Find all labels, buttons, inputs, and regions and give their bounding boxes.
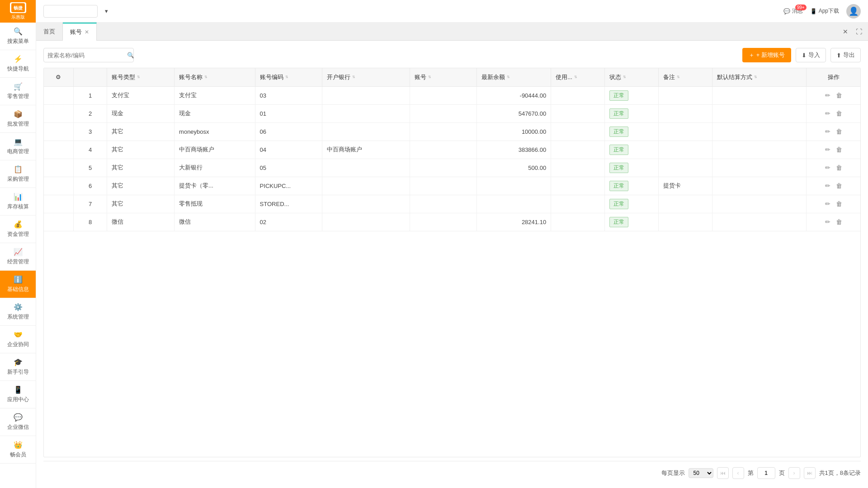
th-gear[interactable]: ⚙ bbox=[44, 68, 73, 86]
edit-button-7[interactable]: ✏ bbox=[823, 217, 832, 226]
th-bank[interactable]: 开户银行 ⇅ bbox=[322, 68, 410, 86]
page-input[interactable] bbox=[757, 467, 775, 479]
th-account[interactable]: 账号 ⇅ bbox=[410, 68, 477, 86]
row-index-3: 4 bbox=[73, 141, 107, 159]
minimize-button[interactable]: ✕ bbox=[840, 26, 851, 37]
row-type-1: 现金 bbox=[107, 104, 175, 122]
edit-button-2[interactable]: ✏ bbox=[823, 127, 832, 136]
th-code[interactable]: 账号编码 ⇅ bbox=[255, 68, 322, 86]
sidebar-item-system[interactable]: ⚙️ 系统管理 bbox=[0, 298, 36, 326]
row-use-7 bbox=[551, 213, 605, 231]
edit-button-6[interactable]: ✏ bbox=[823, 199, 832, 208]
edit-button-1[interactable]: ✏ bbox=[823, 109, 832, 118]
chevron-down-icon: ▾ bbox=[105, 8, 108, 14]
search-input[interactable] bbox=[44, 52, 127, 59]
sidebar-item-enterprise-wechat[interactable]: 💬 企业微信 bbox=[0, 408, 36, 436]
th-note[interactable]: 备注 ⇅ bbox=[659, 68, 712, 86]
sidebar-item-wholesale[interactable]: 📦 批发管理 bbox=[0, 105, 36, 133]
sidebar-item-inventory[interactable]: 📊 库存核算 bbox=[0, 188, 36, 216]
delete-button-7[interactable]: 🗑 bbox=[834, 217, 844, 226]
import-button[interactable]: ⬇ 导入 bbox=[796, 48, 826, 62]
page-size-select[interactable]: 50 100 200 bbox=[689, 468, 713, 478]
sidebar-item-retail[interactable]: 🛒 零售管理 bbox=[0, 78, 36, 105]
row-action-1: ✏ 🗑 bbox=[807, 104, 860, 122]
top-search-input[interactable] bbox=[43, 5, 98, 18]
row-status-4: 正常 bbox=[605, 159, 659, 177]
delete-button-5[interactable]: 🗑 bbox=[834, 181, 844, 190]
edit-button-3[interactable]: ✏ bbox=[823, 145, 832, 154]
row-index-4: 5 bbox=[73, 159, 107, 177]
th-type[interactable]: 账号类型 ⇅ bbox=[107, 68, 175, 86]
export-button[interactable]: ⬆ 导出 bbox=[830, 48, 861, 62]
th-name[interactable]: 账号名称 ⇅ bbox=[175, 68, 255, 86]
app-download-button[interactable]: 📱 App下载 bbox=[810, 7, 839, 15]
sidebar-item-member[interactable]: 👑 畅会员 bbox=[0, 436, 36, 464]
sort-icon-default: ⇅ bbox=[754, 75, 757, 79]
header-dropdown[interactable]: ▾ bbox=[103, 8, 108, 14]
first-page-button[interactable]: ⏮ bbox=[717, 467, 729, 479]
prev-page-button[interactable]: ‹ bbox=[732, 467, 744, 479]
delete-button-6[interactable]: 🗑 bbox=[834, 199, 844, 208]
th-status[interactable]: 状态 ⇅ bbox=[605, 68, 659, 86]
app-logo: 畅捷 乐惠版 bbox=[0, 0, 36, 23]
delete-button-1[interactable]: 🗑 bbox=[834, 109, 844, 118]
row-name-4: 大新银行 bbox=[175, 159, 255, 177]
row-default-4 bbox=[712, 159, 807, 177]
row-gear-0 bbox=[44, 86, 73, 104]
search-menu-icon: 🔍 bbox=[14, 27, 23, 36]
row-use-1 bbox=[551, 104, 605, 122]
search-button[interactable]: 🔍 bbox=[127, 48, 134, 62]
row-gear-3 bbox=[44, 141, 73, 159]
tab-close-icon[interactable]: ✕ bbox=[85, 29, 89, 35]
delete-button-3[interactable]: 🗑 bbox=[834, 145, 844, 154]
import-icon: ⬇ bbox=[802, 52, 807, 59]
export-icon: ⬆ bbox=[836, 52, 841, 59]
row-balance-2: 10000.00 bbox=[477, 122, 551, 141]
delete-button-2[interactable]: 🗑 bbox=[834, 127, 844, 136]
sidebar-item-label: 应用中心 bbox=[7, 396, 29, 404]
shortcuts-icon: ⚡ bbox=[14, 55, 23, 63]
row-name-2: moneybosx bbox=[175, 122, 255, 141]
tab-home[interactable]: 首页 bbox=[36, 23, 63, 41]
row-bank-5 bbox=[322, 177, 410, 195]
delete-button-4[interactable]: 🗑 bbox=[834, 163, 844, 172]
maximize-button[interactable]: ⛶ bbox=[854, 26, 864, 37]
tab-account[interactable]: 账号 ✕ bbox=[63, 23, 97, 41]
sidebar-item-operations[interactable]: 📈 经营管理 bbox=[0, 243, 36, 271]
edit-button-4[interactable]: ✏ bbox=[823, 163, 832, 172]
sidebar-item-basic-info[interactable]: ℹ️ 基础信息 bbox=[0, 271, 36, 298]
row-use-3 bbox=[551, 141, 605, 159]
sidebar-item-enterprise-collab[interactable]: 🤝 企业协同 bbox=[0, 326, 36, 353]
th-default[interactable]: 默认结算方式 ⇅ bbox=[712, 68, 807, 86]
sidebar-item-guide[interactable]: 🎓 新手引导 bbox=[0, 353, 36, 381]
sidebar-item-shortcuts[interactable]: ⚡ 快捷导航 bbox=[0, 50, 36, 78]
row-status-2: 正常 bbox=[605, 122, 659, 141]
row-gear-1 bbox=[44, 104, 73, 122]
sidebar-item-search[interactable]: 🔍 搜索菜单 bbox=[0, 23, 36, 50]
next-page-button[interactable]: › bbox=[788, 467, 800, 479]
sidebar-item-ecommerce[interactable]: 💻 电商管理 bbox=[0, 133, 36, 160]
add-account-button[interactable]: ＋ + 新增账号 bbox=[742, 48, 791, 62]
row-balance-1: 547670.00 bbox=[477, 104, 551, 122]
add-label: + 新增账号 bbox=[756, 51, 785, 59]
row-name-7: 微信 bbox=[175, 213, 255, 231]
th-balance[interactable]: 最新余额 ⇅ bbox=[477, 68, 551, 86]
sidebar-item-purchase[interactable]: 📋 采购管理 bbox=[0, 160, 36, 188]
th-index bbox=[73, 68, 107, 86]
sidebar-item-finance[interactable]: 💰 资金管理 bbox=[0, 216, 36, 243]
edit-button-5[interactable]: ✏ bbox=[823, 181, 832, 190]
message-button[interactable]: 💬 消息 99+ bbox=[783, 7, 803, 15]
content-area: 🔍 ＋ + 新增账号 ⬇ 导入 ⬆ 导出 bbox=[36, 41, 868, 488]
table-row: 3 其它 moneybosx 06 10000.00 正常 ✏ 🗑 bbox=[44, 122, 860, 141]
sidebar-item-app-center[interactable]: 📱 应用中心 bbox=[0, 381, 36, 408]
last-page-button[interactable]: ⏭ bbox=[804, 467, 816, 479]
sidebar-item-label: 新手引导 bbox=[7, 368, 29, 376]
inventory-icon: 📊 bbox=[14, 192, 23, 201]
th-use[interactable]: 使用... ⇅ bbox=[551, 68, 605, 86]
edit-button-0[interactable]: ✏ bbox=[823, 91, 832, 100]
table-row: 7 其它 零售抵现 STORED... 正常 ✏ 🗑 bbox=[44, 195, 860, 213]
th-account-label: 账号 bbox=[415, 73, 426, 81]
delete-button-0[interactable]: 🗑 bbox=[834, 91, 844, 100]
user-avatar[interactable]: 👤 bbox=[846, 4, 861, 19]
sort-icon-bank: ⇅ bbox=[352, 75, 355, 79]
